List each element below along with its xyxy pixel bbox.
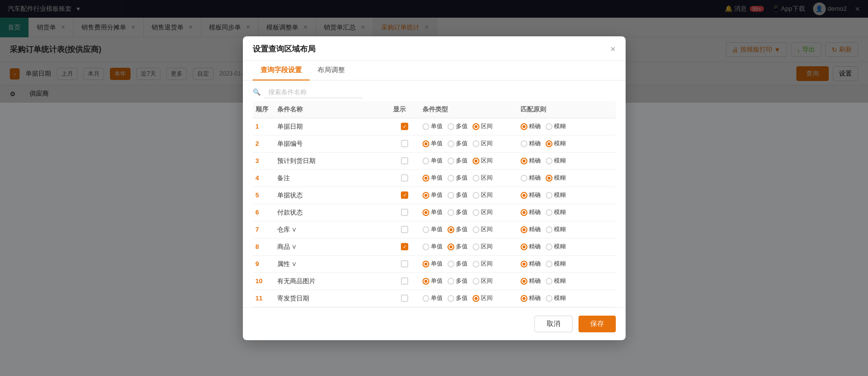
dialog-tab-query-label: 查询字段设置: [261, 66, 302, 74]
dialog-title: 设置查询区域布局: [253, 44, 316, 54]
col-match-header: 匹配原则: [518, 101, 616, 103]
col-name-header: 条件名称: [274, 101, 390, 103]
col-order-header: 顺序: [253, 101, 274, 103]
dialog-tabs: 查询字段设置 布局调整: [243, 61, 626, 81]
dialog: 设置查询区域布局 × 查询字段设置 布局调整 🔍 顺序 条件名称: [243, 36, 626, 103]
dialog-table-wrap: 顺序 条件名称 显示 条件类型 匹配原则 1单据日期✓单值多值区间精确模糊2单据…: [243, 101, 626, 103]
table-header-row: 顺序 条件名称 显示 条件类型 匹配原则: [253, 101, 616, 103]
modal-overlay: 设置查询区域布局 × 查询字段设置 布局调整 🔍 顺序 条件名称: [0, 0, 868, 103]
dialog-tab-query[interactable]: 查询字段设置: [253, 61, 310, 81]
dialog-search-icon: 🔍: [253, 88, 261, 96]
col-type-header: 条件类型: [420, 101, 518, 103]
dialog-tab-layout-label: 布局调整: [317, 66, 345, 74]
dialog-close-button[interactable]: ×: [610, 45, 616, 54]
dialog-search-input[interactable]: [264, 86, 363, 98]
dialog-table: 顺序 条件名称 显示 条件类型 匹配原则 1单据日期✓单值多值区间精确模糊2单据…: [253, 101, 616, 103]
dialog-header: 设置查询区域布局 ×: [243, 36, 626, 61]
dialog-search-area: 🔍: [243, 81, 626, 101]
dialog-tab-layout[interactable]: 布局调整: [310, 61, 353, 81]
col-display-header: 显示: [390, 101, 420, 103]
